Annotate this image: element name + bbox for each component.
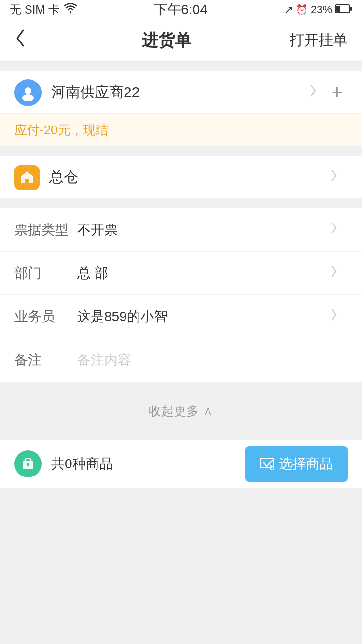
- status-right: ↗ ⏰ 23%: [284, 3, 352, 16]
- remarks-row[interactable]: 备注 备注内容: [0, 338, 362, 382]
- remarks-label: 备注: [14, 351, 72, 369]
- nav-bar: 进货单 打开挂单: [0, 19, 362, 62]
- warehouse-arrow-icon: [330, 169, 338, 186]
- supplier-arrow-icon: [309, 84, 317, 101]
- add-supplier-button[interactable]: +: [327, 82, 348, 103]
- form-section: 票据类型 不开票 部门 总 部 业务员 这是859的小智: [0, 208, 362, 382]
- svg-rect-7: [27, 463, 29, 466]
- carrier-text: 无 SIM 卡: [10, 2, 60, 17]
- product-bar: 共0种商品 选择商品: [0, 440, 362, 488]
- department-value: 总 部: [72, 264, 330, 282]
- remarks-value[interactable]: 备注内容: [72, 351, 348, 369]
- wifi-icon: [64, 3, 77, 16]
- open-pending-button[interactable]: 打开挂单: [290, 30, 348, 50]
- supplier-notice: 应付-20元，现结: [0, 114, 362, 146]
- svg-rect-5: [25, 179, 29, 183]
- department-arrow-icon: [330, 265, 338, 281]
- section-gap-1: [0, 62, 362, 71]
- svg-rect-2: [336, 6, 340, 12]
- department-row[interactable]: 部门 总 部: [0, 252, 362, 295]
- invoice-type-label: 票据类型: [14, 221, 72, 239]
- battery-icon: [335, 3, 352, 16]
- status-carrier: 无 SIM 卡: [10, 2, 77, 17]
- supplier-avatar: [14, 79, 42, 106]
- battery-percent: 23%: [311, 3, 332, 16]
- location-icon: ↗: [284, 3, 293, 16]
- supplier-section: 河南供应商22 + 应付-20元，现结: [0, 71, 362, 146]
- supplier-name: 河南供应商22: [51, 83, 309, 102]
- invoice-type-value: 不开票: [72, 221, 330, 239]
- svg-point-3: [25, 87, 31, 94]
- salesperson-value: 这是859的小智: [72, 308, 330, 326]
- collapse-button[interactable]: 收起更多 ∧: [0, 392, 362, 430]
- svg-rect-1: [350, 7, 352, 11]
- product-icon: [14, 450, 42, 477]
- section-gap-2: [0, 146, 362, 156]
- salesperson-row[interactable]: 业务员 这是859的小智: [0, 295, 362, 338]
- bottom-area: [0, 488, 362, 633]
- select-product-button[interactable]: 选择商品: [245, 446, 348, 482]
- select-product-label: 选择商品: [279, 455, 333, 473]
- invoice-type-arrow-icon: [330, 221, 338, 238]
- invoice-type-row[interactable]: 票据类型 不开票: [0, 208, 362, 252]
- back-button[interactable]: [14, 28, 43, 52]
- svg-point-4: [22, 94, 34, 101]
- warehouse-icon: [14, 165, 40, 190]
- page-title: 进货单: [142, 29, 191, 52]
- salesperson-label: 业务员: [14, 308, 72, 326]
- department-label: 部门: [14, 264, 72, 282]
- warehouse-row[interactable]: 总仓: [0, 156, 362, 198]
- warehouse-section: 总仓: [0, 156, 362, 198]
- salesperson-arrow-icon: [330, 308, 338, 325]
- warehouse-name: 总仓: [49, 168, 330, 187]
- collapse-label: 收起更多 ∧: [149, 403, 213, 420]
- status-time: 下午6:04: [154, 0, 208, 19]
- supplier-row[interactable]: 河南供应商22 +: [0, 71, 362, 114]
- alarm-icon: ⏰: [296, 4, 308, 15]
- status-bar: 无 SIM 卡 下午6:04 ↗ ⏰ 23%: [0, 0, 362, 19]
- product-count: 共0种商品: [51, 455, 245, 473]
